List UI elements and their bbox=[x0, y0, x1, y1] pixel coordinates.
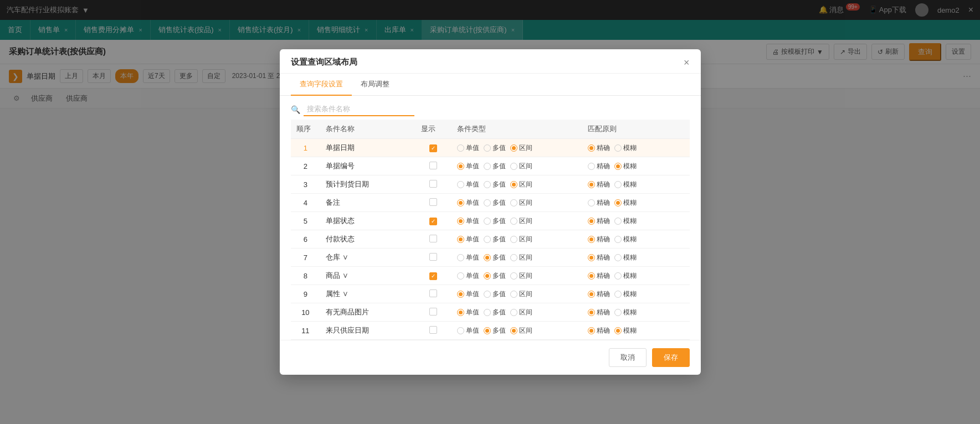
type-radio-single[interactable]: 单值 bbox=[457, 198, 479, 208]
display-checkbox[interactable] bbox=[429, 180, 437, 188]
row-display-checkbox[interactable] bbox=[415, 285, 451, 303]
match-radio-fuzzy[interactable]: 模糊 bbox=[614, 253, 637, 262]
match-radio-fuzzy[interactable]: 模糊 bbox=[614, 143, 637, 153]
match-radio-exact[interactable]: 精确 bbox=[588, 180, 610, 189]
match-radio-exact[interactable]: 精确 bbox=[588, 235, 610, 244]
match-radio-exact[interactable]: 精确 bbox=[588, 289, 610, 299]
save-button[interactable]: 保存 bbox=[652, 348, 690, 367]
display-checkbox[interactable] bbox=[429, 162, 437, 169]
type-radio-circle-range bbox=[510, 163, 517, 170]
table-row: 3预计到货日期单值多值区间精确模糊 bbox=[291, 175, 690, 194]
match-radio-exact[interactable]: 精确 bbox=[588, 198, 610, 208]
type-radio-range[interactable]: 区间 bbox=[510, 289, 532, 299]
type-radio-multi[interactable]: 多值 bbox=[484, 308, 506, 317]
match-radio-fuzzy[interactable]: 模糊 bbox=[614, 198, 637, 208]
type-radio-range[interactable]: 区间 bbox=[510, 308, 532, 317]
row-display-checkbox[interactable]: ✓ bbox=[415, 267, 451, 285]
match-radio-fuzzy[interactable]: 模糊 bbox=[614, 180, 637, 189]
type-radio-multi[interactable]: 多值 bbox=[484, 162, 506, 171]
type-radio-single[interactable]: 单值 bbox=[457, 308, 479, 317]
type-radio-multi[interactable]: 多值 bbox=[484, 143, 506, 153]
search-conditions-input[interactable] bbox=[304, 102, 414, 116]
display-checkbox[interactable]: ✓ bbox=[429, 144, 437, 152]
row-condition-name: 单据日期 bbox=[320, 139, 415, 157]
row-display-checkbox[interactable] bbox=[415, 303, 451, 322]
row-display-checkbox[interactable]: ✓ bbox=[415, 139, 451, 157]
display-checkbox[interactable] bbox=[429, 253, 437, 261]
settings-dialog: 设置查询区域布局 × 查询字段设置 布局调整 🔍 顺序 条件名称 bbox=[280, 49, 701, 375]
type-radio-multi[interactable]: 多值 bbox=[484, 180, 506, 189]
row-type-radio-group: 单值多值区间 bbox=[451, 322, 582, 340]
match-radio-fuzzy[interactable]: 模糊 bbox=[614, 326, 637, 335]
type-radio-multi[interactable]: 多值 bbox=[484, 198, 506, 208]
display-checkbox[interactable] bbox=[429, 326, 437, 334]
type-radio-range[interactable]: 区间 bbox=[510, 180, 532, 189]
type-radio-range[interactable]: 区间 bbox=[510, 326, 532, 335]
display-checkbox[interactable] bbox=[429, 289, 437, 297]
tab-layout-adjust[interactable]: 布局调整 bbox=[352, 74, 398, 96]
type-radio-single[interactable]: 单值 bbox=[457, 326, 479, 335]
type-radio-range[interactable]: 区间 bbox=[510, 198, 532, 208]
match-radio-fuzzy[interactable]: 模糊 bbox=[614, 162, 637, 171]
type-radio-single[interactable]: 单值 bbox=[457, 143, 479, 153]
type-radio-range[interactable]: 区间 bbox=[510, 216, 532, 226]
modal-overlay[interactable]: 设置查询区域布局 × 查询字段设置 布局调整 🔍 顺序 条件名称 bbox=[0, 0, 980, 424]
type-radio-single[interactable]: 单值 bbox=[457, 289, 479, 299]
match-radio-exact[interactable]: 精确 bbox=[588, 162, 610, 171]
match-radio-exact[interactable]: 精确 bbox=[588, 143, 610, 153]
match-radio-circle-exact bbox=[588, 236, 595, 243]
type-radio-multi[interactable]: 多值 bbox=[484, 235, 506, 244]
match-radio-exact[interactable]: 精确 bbox=[588, 216, 610, 226]
match-radio-fuzzy[interactable]: 模糊 bbox=[614, 308, 637, 317]
type-radio-single[interactable]: 单值 bbox=[457, 180, 479, 189]
table-row: 10有无商品图片单值多值区间精确模糊 bbox=[291, 303, 690, 322]
table-row: 8商品 ∨✓单值多值区间精确模糊 bbox=[291, 267, 690, 285]
type-radio-circle-single bbox=[457, 291, 464, 298]
match-radio-fuzzy[interactable]: 模糊 bbox=[614, 235, 637, 244]
display-checkbox[interactable] bbox=[429, 235, 437, 242]
row-display-checkbox[interactable] bbox=[415, 249, 451, 267]
type-radio-range[interactable]: 区间 bbox=[510, 235, 532, 244]
type-radio-single[interactable]: 单值 bbox=[457, 235, 479, 244]
row-match-radio-group: 精确模糊 bbox=[582, 157, 689, 175]
row-display-checkbox[interactable] bbox=[415, 157, 451, 175]
match-radio-exact[interactable]: 精确 bbox=[588, 271, 610, 281]
type-radio-single[interactable]: 单值 bbox=[457, 253, 479, 262]
type-radio-range[interactable]: 区间 bbox=[510, 162, 532, 171]
row-display-checkbox[interactable] bbox=[415, 194, 451, 212]
type-radio-multi[interactable]: 多值 bbox=[484, 216, 506, 226]
type-radio-single[interactable]: 单值 bbox=[457, 271, 479, 281]
type-radio-multi[interactable]: 多值 bbox=[484, 271, 506, 281]
type-radio-multi[interactable]: 多值 bbox=[484, 326, 506, 335]
type-radio-circle-single bbox=[457, 181, 464, 188]
match-radio-circle-exact bbox=[588, 144, 595, 152]
row-order: 1 bbox=[291, 139, 321, 157]
match-radio-exact[interactable]: 精确 bbox=[588, 253, 610, 262]
type-radio-single[interactable]: 单值 bbox=[457, 216, 479, 226]
type-radio-multi[interactable]: 多值 bbox=[484, 253, 506, 262]
display-checkbox[interactable]: ✓ bbox=[429, 218, 437, 225]
display-checkbox[interactable] bbox=[429, 198, 437, 206]
row-display-checkbox[interactable] bbox=[415, 230, 451, 249]
match-radio-exact[interactable]: 精确 bbox=[588, 308, 610, 317]
row-display-checkbox[interactable]: ✓ bbox=[415, 212, 451, 230]
match-radio-fuzzy[interactable]: 模糊 bbox=[614, 216, 637, 226]
type-radio-multi[interactable]: 多值 bbox=[484, 289, 506, 299]
tab-query-fields[interactable]: 查询字段设置 bbox=[291, 74, 352, 96]
match-radio-fuzzy[interactable]: 模糊 bbox=[614, 271, 637, 281]
display-checkbox[interactable] bbox=[429, 308, 437, 316]
row-display-checkbox[interactable] bbox=[415, 322, 451, 340]
display-checkbox[interactable]: ✓ bbox=[429, 272, 437, 280]
type-radio-single[interactable]: 单值 bbox=[457, 162, 479, 171]
match-radio-circle-fuzzy bbox=[614, 163, 622, 170]
type-radio-range[interactable]: 区间 bbox=[510, 253, 532, 262]
type-radio-range[interactable]: 区间 bbox=[510, 271, 532, 281]
type-radio-range[interactable]: 区间 bbox=[510, 143, 532, 153]
match-radio-exact[interactable]: 精确 bbox=[588, 326, 610, 335]
match-radio-fuzzy[interactable]: 模糊 bbox=[614, 289, 637, 299]
conditions-table: 顺序 条件名称 显示 条件类型 匹配原则 1单据日期✓单值多值区间精确模糊2单据… bbox=[280, 120, 701, 340]
order-number: 1 bbox=[304, 144, 307, 152]
dialog-close-button[interactable]: × bbox=[684, 58, 690, 68]
row-display-checkbox[interactable] bbox=[415, 175, 451, 194]
cancel-button[interactable]: 取消 bbox=[609, 348, 647, 367]
